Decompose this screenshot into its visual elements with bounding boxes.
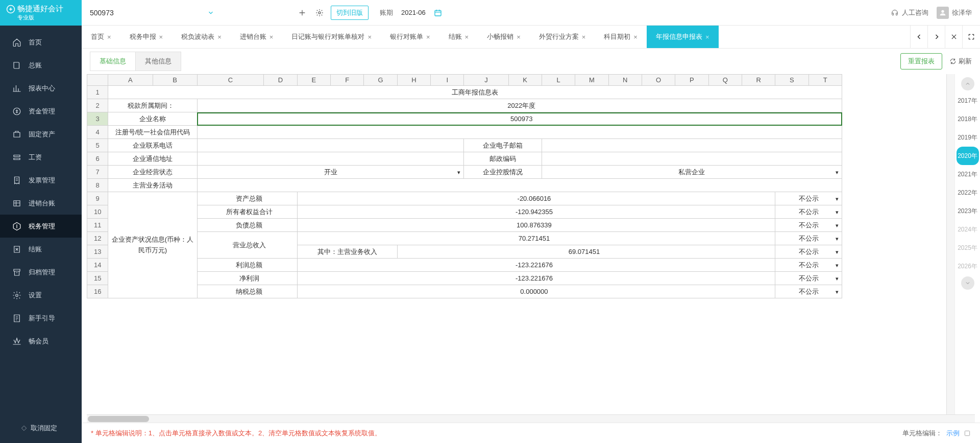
tab-4[interactable]: 日记账与银行对账单核对× [282,26,381,48]
nav-item-11[interactable]: 设置 [0,284,82,307]
main-biz-cell[interactable] [197,179,842,192]
tab-5[interactable]: 银行对账单× [381,26,439,48]
total-assets-label[interactable]: 资产总额 [197,192,297,205]
close-icon[interactable]: × [270,33,274,41]
liabilities-val[interactable]: 100.876339 [297,219,775,232]
tab-scroll-right[interactable] [928,26,945,49]
holding-select[interactable]: 私营企业 [542,166,842,179]
revenue-label[interactable]: 营业总收入 [197,232,297,259]
nav-item-5[interactable]: 工资 [0,146,82,169]
phone-label[interactable]: 企业联系电话 [108,139,197,152]
reset-report-button[interactable]: 重置报表 [900,53,942,69]
example-link[interactable]: 示例 [946,429,960,438]
public-select-13[interactable]: 不公示 [775,245,842,259]
close-icon[interactable]: × [159,33,163,41]
settings-icon[interactable] [313,7,326,19]
netprofit-label[interactable]: 净利润 [197,272,297,285]
col-A[interactable]: A [108,75,153,86]
company-name-input[interactable]: 500973 [197,112,842,126]
close-icon[interactable]: × [368,33,372,41]
year-2020年[interactable]: 2020年 [957,147,979,165]
public-select-9[interactable]: 不公示 [775,192,842,205]
close-icon[interactable]: × [517,33,521,41]
public-select-10[interactable]: 不公示 [775,205,842,219]
year-2026年[interactable]: 2026年 [957,257,979,275]
tab-close-all[interactable] [945,26,963,49]
phone-cell[interactable] [197,139,464,152]
vertical-scrollbar[interactable] [946,74,954,414]
tab-scroll-left[interactable] [911,26,928,49]
horizontal-scrollbar[interactable] [87,414,975,423]
year-2023年[interactable]: 2023年 [957,202,979,220]
profit-label[interactable]: 利润总额 [197,259,297,272]
total-assets-val[interactable]: -20.066016 [297,192,775,205]
revenue-val[interactable]: 70.271451 [297,232,775,245]
year-2024年[interactable]: 2024年 [957,220,979,239]
email-cell[interactable] [542,139,842,152]
tab-0[interactable]: 首页× [82,26,120,48]
public-select-11[interactable]: 不公示 [775,219,842,232]
nav-item-7[interactable]: 进销台账 [0,192,82,215]
nav-item-4[interactable]: 固定资产 [0,123,82,146]
year-2018年[interactable]: 2018年 [957,110,979,128]
nav-item-8[interactable]: 税务管理 [0,215,82,238]
tax-val[interactable]: 0.000000 [297,285,775,298]
reg-code-cell[interactable] [197,126,842,139]
tab-6[interactable]: 结账× [439,26,478,48]
nav-item-0[interactable]: 首页 [0,31,82,54]
status-label[interactable]: 企业经营状态 [108,166,197,179]
close-icon[interactable]: × [465,33,469,41]
add-button[interactable] [296,7,308,19]
corner-cell[interactable] [87,75,108,86]
nav-item-9[interactable]: 结账 [0,238,82,261]
equity-val[interactable]: -120.942355 [297,205,775,219]
close-icon[interactable]: × [217,33,222,41]
address-label[interactable]: 企业通信地址 [108,152,197,166]
subtab-1[interactable]: 其他信息 [136,52,181,71]
calendar-icon[interactable] [434,9,442,17]
user-menu[interactable]: 徐泽华 [937,7,972,19]
fullscreen-button[interactable] [963,26,980,49]
main-biz-label[interactable]: 主营业务活动 [108,179,197,192]
tax-label[interactable]: 纳税总额 [197,285,297,298]
tab-9[interactable]: 科目期初× [595,26,647,48]
liabilities-label[interactable]: 负债总额 [197,219,297,232]
close-icon[interactable]: × [582,33,586,41]
tab-7[interactable]: 小畅报销× [478,26,530,48]
close-icon[interactable]: × [426,33,430,41]
nav-item-1[interactable]: 总账 [0,54,82,77]
holding-label[interactable]: 企业控股情况 [464,166,542,179]
public-select-12[interactable]: 不公示 [775,232,842,245]
refresh-button[interactable]: 刷新 [949,57,972,66]
row-1-hdr[interactable]: 1 [87,86,108,99]
close-icon[interactable]: × [633,33,638,41]
year-2022年[interactable]: 2022年 [957,183,979,202]
support-button[interactable]: 人工咨询 [891,8,928,17]
company-name-label[interactable]: 企业名称 [108,112,197,126]
nav-item-13[interactable]: 畅会员 [0,330,82,353]
period-value[interactable]: 2021-06 [401,9,426,16]
netprofit-val[interactable]: -123.221676 [297,272,775,285]
nav-item-6[interactable]: 发票管理 [0,169,82,192]
zip-cell[interactable] [542,152,842,166]
sheet-title[interactable]: 工商年报信息表 [108,86,842,99]
subtab-0[interactable]: 基础信息 [90,52,136,71]
nav-item-10[interactable]: 归档管理 [0,261,82,284]
company-selector[interactable]: 500973 [90,9,202,17]
email-label[interactable]: 企业电子邮箱 [464,139,542,152]
tab-8[interactable]: 外贸行业方案× [530,26,595,48]
nav-item-12[interactable]: 新手引导 [0,307,82,330]
close-icon[interactable]: × [107,33,111,41]
nav-item-2[interactable]: 报表中心 [0,77,82,100]
public-select-16[interactable]: 不公示 [775,285,842,298]
public-select-14[interactable]: 不公示 [775,259,842,272]
equity-label[interactable]: 所有者权益合计 [197,205,297,219]
nav-item-3[interactable]: 资金管理 [0,100,82,123]
tab-3[interactable]: 进销台账× [231,26,283,48]
public-select-15[interactable]: 不公示 [775,272,842,285]
year-up-button[interactable] [961,77,974,90]
address-cell[interactable] [197,152,464,166]
year-down-button[interactable] [961,276,974,290]
tab-2[interactable]: 税负波动表× [172,26,231,48]
year-2017年[interactable]: 2017年 [957,91,979,110]
